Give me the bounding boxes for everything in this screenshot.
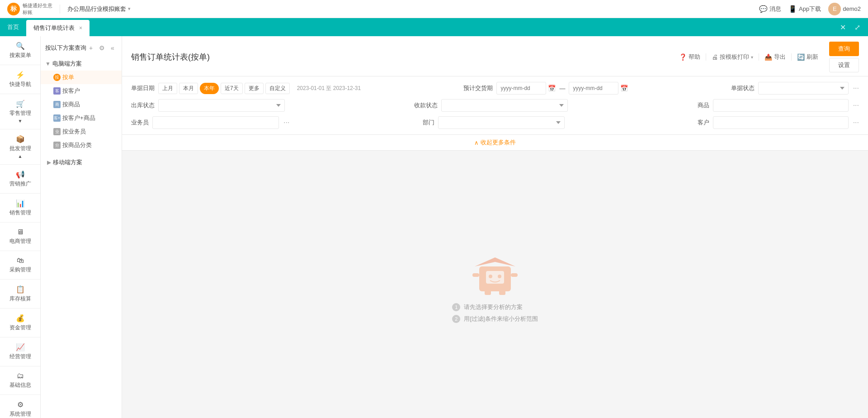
settings-button[interactable]: 设置: [829, 58, 859, 72]
tree-child-by-customer-goods[interactable]: 客+ 按客户+商品: [41, 111, 122, 125]
date-btn-this-year[interactable]: 本年: [200, 83, 219, 94]
sidebar-item-quick-nav[interactable]: ⚡ 快捷导航: [0, 65, 40, 94]
sidebar-item-retail[interactable]: 🛒 零售管理 ▼: [0, 94, 40, 129]
finance-icon: 💰: [16, 314, 25, 323]
forecast-date-from-input[interactable]: [496, 82, 546, 95]
tab-close-icon[interactable]: ×: [79, 25, 82, 31]
refresh-action[interactable]: 🔄 刷新: [797, 53, 818, 61]
filter-status-label: 单据状态: [731, 84, 755, 92]
tree-pc-label: 电脑端方案: [52, 60, 82, 68]
sidebar-item-label-purchase: 采购管理: [9, 266, 31, 274]
tree-child-label-by-order: 按单: [62, 73, 74, 81]
app-download-action[interactable]: 📱 App下载: [788, 5, 821, 13]
sidebar-item-sales[interactable]: 📊 销售管理: [0, 194, 40, 223]
sidebar-item-operations[interactable]: 📈 经营管理: [0, 337, 40, 366]
date-btn-7days[interactable]: 近7天: [221, 83, 243, 94]
tree-section-mobile: ▶ 移动端方案: [41, 154, 122, 171]
tree-child-by-goods[interactable]: 商 按商品: [41, 98, 122, 111]
sidebar-item-label-quick-nav: 快捷导航: [9, 81, 31, 88]
sidebar-item-system[interactable]: ⚙ 系统管理: [0, 395, 40, 418]
sidebar-item-label-basic: 基础信息: [9, 381, 31, 389]
goods-dots[interactable]: ···: [853, 101, 859, 109]
user-name: demo2: [843, 5, 861, 12]
filter-salesman-label: 业务员: [131, 119, 149, 127]
tree-child-by-order[interactable]: 按 按单: [41, 71, 122, 84]
tip-num-2: 2: [452, 315, 460, 323]
sidebar-item-search-menu[interactable]: 🔍 搜索菜单: [0, 36, 40, 65]
customer-input[interactable]: [713, 116, 849, 129]
date-btn-last-month[interactable]: 上月: [158, 83, 177, 94]
tree-parent-mobile[interactable]: ▶ 移动端方案: [41, 156, 122, 169]
template-print-label: 按模板打印: [720, 53, 749, 61]
tree-child-by-customer[interactable]: 客 按客户: [41, 84, 122, 98]
forecast-date-from-group: 📅: [496, 82, 556, 95]
message-action[interactable]: 💬 消息: [759, 5, 781, 13]
filter-row-3: 业务员 ··· 部门: [131, 116, 859, 129]
query-button[interactable]: 查询: [829, 42, 859, 56]
status-select[interactable]: [758, 82, 849, 95]
collapse-bar[interactable]: ∧ 收起更多条件: [122, 135, 868, 151]
sales-icon: 📊: [16, 199, 25, 208]
sidebar-item-label-finance: 资金管理: [9, 324, 31, 332]
export-action[interactable]: 📤 导出: [764, 53, 786, 61]
customer-dots[interactable]: ···: [853, 119, 859, 127]
sidebar-item-basic[interactable]: 🗂 基础信息: [0, 366, 40, 395]
filter-customer-item: 客户 ···: [698, 116, 859, 129]
help-action[interactable]: ❓ 帮助: [679, 53, 700, 61]
close-window-button[interactable]: ✕: [837, 22, 848, 33]
settings-scheme-button[interactable]: ⚙: [97, 43, 106, 52]
date-btn-more[interactable]: 更多: [245, 83, 264, 94]
sidebar-item-finance[interactable]: 💰 资金管理: [0, 309, 40, 337]
tree-section-pc: ▼ 电脑端方案 按 按单 客 按客户 商 按商品 客+ 按客户+商品: [41, 55, 122, 154]
sidebar-item-wholesale[interactable]: 📦 批发管理 ▲: [0, 129, 40, 165]
top-bar: 标 畅捷通好生意标账 办公用品行业模拟账套 ▾ 💬 消息 📱 App下载 E d…: [0, 0, 868, 18]
sidebar-item-inventory[interactable]: 📋 库存核算: [0, 280, 40, 309]
salesman-input[interactable]: [152, 116, 279, 129]
sidebar-item-purchase[interactable]: 🛍 采购管理: [0, 251, 40, 280]
left-panel-header: 按以下方案查询 + ⚙ «: [41, 41, 122, 55]
sidebar-item-marketing[interactable]: 📢 营销推广: [0, 165, 40, 194]
template-print-action[interactable]: 🖨 按模板打印 ▾: [712, 53, 753, 61]
tab-sales-order[interactable]: 销售订单统计表 ×: [26, 20, 90, 36]
sidebar-item-label-inventory: 库存核算: [9, 295, 31, 303]
calendar-to-icon[interactable]: 📅: [620, 85, 628, 92]
user-profile[interactable]: E demo2: [828, 3, 861, 15]
filter-out-status-label: 出库状态: [131, 101, 155, 109]
svg-marker-1: [475, 257, 515, 266]
forecast-date-to-input[interactable]: [569, 82, 618, 95]
sidebar-item-label-system: 系统管理: [9, 410, 31, 418]
sidebar-item-label-ecommerce: 电商管理: [9, 238, 31, 245]
page-actions: ❓ 帮助 🖨 按模板打印 ▾ 📤 导出: [679, 42, 859, 72]
tree-child-label-by-salesman: 按业务员: [62, 128, 86, 136]
svg-rect-6: [511, 273, 518, 277]
sidebar-item-ecommerce[interactable]: 🖥 电商管理: [0, 223, 40, 251]
out-status-select[interactable]: [158, 99, 285, 112]
tree-expand-mobile-icon: ▶: [47, 159, 51, 166]
receipt-status-select[interactable]: [441, 99, 568, 112]
app-title[interactable]: 办公用品行业模拟账套 ▾: [67, 5, 131, 13]
marketing-icon: 📢: [16, 170, 25, 179]
top-bar-left: 标 畅捷通好生意标账 办公用品行业模拟账套 ▾: [7, 2, 131, 15]
tree-child-by-category[interactable]: 分 按商品分类: [41, 138, 122, 152]
filter-date-item: 单据日期 上月 本月 本年 近7天 更多 自定义: [131, 83, 290, 94]
date-btn-this-month[interactable]: 本月: [179, 83, 198, 94]
sidebar-item-label-wholesale: 批发管理: [9, 145, 31, 152]
content-area: 按以下方案查询 + ⚙ « ▼ 电脑端方案 按 按单 客 按: [41, 36, 868, 418]
tab-home[interactable]: 首页: [0, 18, 26, 36]
goods-input[interactable]: [713, 99, 849, 112]
tree-child-by-salesman[interactable]: 业 按业务员: [41, 125, 122, 138]
logo-icon: 标: [7, 3, 20, 15]
tree-parent-pc[interactable]: ▼ 电脑端方案: [41, 57, 122, 71]
page-title: 销售订单统计表(按单): [131, 52, 210, 62]
salesman-dots[interactable]: ···: [283, 119, 289, 127]
sidebar-item-label-search-menu: 搜索菜单: [9, 52, 31, 59]
calendar-from-icon[interactable]: 📅: [548, 85, 556, 92]
dept-select[interactable]: [438, 116, 565, 129]
retail-icon: 🛒: [16, 100, 25, 108]
collapse-panel-button[interactable]: «: [108, 43, 117, 52]
maximize-window-button[interactable]: ⤢: [852, 22, 863, 33]
svg-point-3: [489, 275, 492, 278]
date-btn-custom[interactable]: 自定义: [265, 83, 290, 94]
add-scheme-button[interactable]: +: [86, 43, 95, 52]
tree-mobile-label: 移动端方案: [53, 158, 82, 166]
